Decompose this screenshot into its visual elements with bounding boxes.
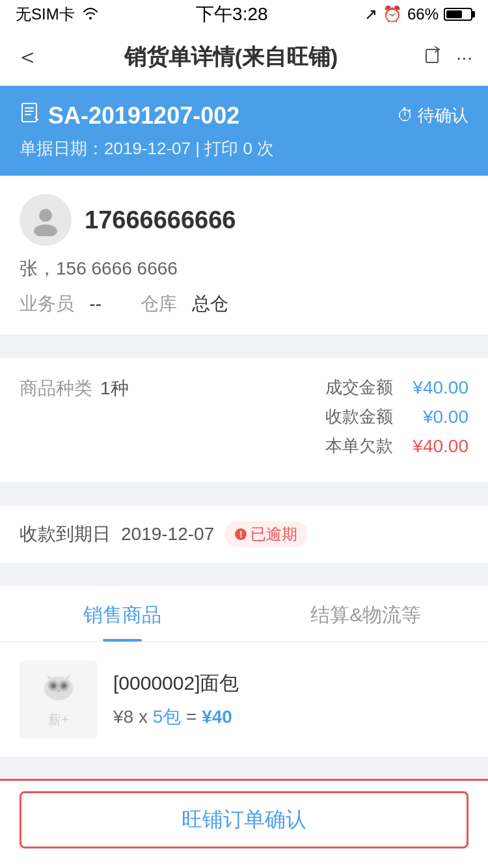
due-date-section: 收款到期日 2019-12-07 ! 已逾期 — [0, 506, 488, 563]
owed-amount-label: 本单欠款 — [325, 435, 393, 457]
product-list: 薪+ [0000002]面包 ¥8 x 5包 = ¥40 — [0, 642, 488, 757]
back-button[interactable]: ＜ — [16, 41, 55, 73]
battery-icon — [444, 8, 472, 21]
overdue-warning-icon: ! — [235, 528, 247, 540]
order-date-row: 单据日期：2019-12-07 | 打印 0 次 — [20, 137, 468, 160]
wifi-icon — [81, 5, 100, 23]
status-clock-icon: ⏱ — [397, 105, 414, 126]
order-id-icon — [20, 102, 42, 129]
svg-point-9 — [51, 684, 55, 688]
deal-amount-label: 成交金额 — [325, 376, 393, 399]
sales-value: -- — [89, 293, 102, 314]
owed-amount-value: ¥40.00 — [413, 436, 468, 457]
summary-left: 商品种类 1种 — [20, 376, 129, 401]
svg-point-10 — [62, 684, 66, 688]
status-bar-time: 下午3:28 — [196, 2, 268, 27]
confirm-order-button[interactable]: 旺铺订单确认 — [20, 791, 468, 848]
overdue-text: 已逾期 — [251, 524, 297, 545]
svg-point-2 — [39, 209, 52, 222]
order-header: SA-20191207-002 ⏱ 待确认 单据日期：2019-12-07 | … — [0, 86, 488, 176]
warehouse-label: 仓库 — [141, 293, 177, 314]
svg-rect-1 — [22, 103, 36, 122]
avatar — [20, 194, 72, 246]
received-amount-row: 收款金额 ¥0.00 — [325, 405, 468, 428]
summary-right: 成交金额 ¥40.00 收款金额 ¥0.00 本单欠款 ¥40.00 — [325, 376, 468, 464]
warehouse-info: 仓库 总仓 — [141, 292, 228, 316]
warehouse-value: 总仓 — [192, 293, 228, 314]
order-id: SA-20191207-002 — [20, 102, 239, 129]
tabs-section: 销售商品 结算&物流等 — [0, 586, 488, 642]
tab-products[interactable]: 销售商品 — [0, 586, 244, 642]
sales-label: 业务员 — [20, 293, 74, 314]
received-amount-value: ¥0.00 — [423, 407, 468, 427]
order-id-row: SA-20191207-002 ⏱ 待确认 — [20, 102, 468, 129]
carrier-label: 无SIM卡 — [16, 4, 75, 25]
product-qty: 5包 — [153, 707, 182, 727]
status-bar-right: ↗ ⏰ 66% — [364, 5, 472, 23]
page-title: 销货单详情(来自旺铺) — [55, 42, 407, 72]
product-name: [0000002]面包 — [113, 670, 239, 697]
customer-row: 17666666666 — [20, 194, 468, 246]
battery-percentage: 66% — [407, 5, 439, 23]
product-logo — [39, 670, 78, 709]
alarm-icon: ⏰ — [383, 5, 402, 23]
more-icon[interactable]: ··· — [456, 46, 472, 68]
product-total: ¥40 — [202, 707, 232, 727]
summary-section: 商品种类 1种 成交金额 ¥40.00 收款金额 ¥0.00 本单欠款 ¥40.… — [0, 358, 488, 482]
deal-amount-value: ¥40.00 — [413, 377, 468, 398]
separator-3 — [0, 576, 488, 586]
status-bar-left: 无SIM卡 — [16, 4, 100, 25]
tabs-row: 销售商品 结算&物流等 — [0, 586, 488, 642]
product-kind-label: 商品种类 — [20, 376, 92, 401]
sales-info: 业务员 -- — [20, 292, 102, 316]
owed-amount-row: 本单欠款 ¥40.00 — [325, 435, 468, 457]
share-icon[interactable] — [422, 43, 446, 71]
product-price: ¥8 x 5包 = ¥40 — [113, 705, 239, 729]
overdue-badge: ! 已逾期 — [224, 521, 308, 547]
customer-meta: 业务员 -- 仓库 总仓 — [20, 292, 468, 316]
brand-label: 薪+ — [48, 711, 69, 729]
customer-phone: 17666666666 — [85, 206, 236, 234]
deal-amount-row: 成交金额 ¥40.00 — [325, 376, 468, 399]
nav-actions: ··· — [407, 43, 472, 71]
product-info: [0000002]面包 ¥8 x 5包 = ¥40 — [113, 670, 239, 729]
order-status: ⏱ 待确认 — [397, 104, 468, 127]
svg-point-3 — [34, 224, 57, 236]
due-date-label: 收款到期日 — [20, 522, 111, 547]
location-icon: ↗ — [364, 5, 377, 23]
customer-name: 张，156 6666 6666 — [20, 256, 468, 281]
due-date-value: 2019-12-07 — [121, 524, 214, 545]
table-row: 薪+ [0000002]面包 ¥8 x 5包 = ¥40 — [0, 642, 488, 757]
received-amount-label: 收款金额 — [325, 405, 393, 428]
separator-1 — [0, 347, 488, 358]
separator-2 — [0, 495, 488, 506]
nav-bar: ＜ 销货单详情(来自旺铺) ··· — [0, 29, 488, 86]
product-kind-value: 1种 — [100, 376, 129, 401]
product-thumbnail: 薪+ — [20, 660, 98, 739]
customer-section: 17666666666 张，156 6666 6666 业务员 -- 仓库 总仓 — [0, 176, 488, 334]
bottom-bar: 旺铺订单确认 — [0, 779, 488, 868]
status-bar: 无SIM卡 下午3:28 ↗ ⏰ 66% — [0, 0, 488, 29]
tab-settlement[interactable]: 结算&物流等 — [244, 586, 488, 642]
